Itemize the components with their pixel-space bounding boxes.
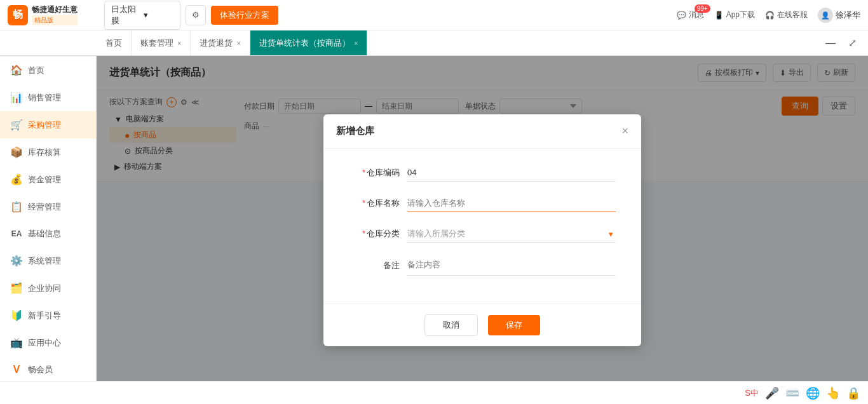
operation-icon: 📋 bbox=[10, 201, 23, 213]
tab-purchase-return[interactable]: 进货退货 × bbox=[191, 30, 250, 55]
online-service-label: 在线客服 bbox=[777, 10, 808, 20]
app-download-item[interactable]: 📱 App下载 bbox=[714, 10, 755, 20]
sidebar-label-finance: 资金管理 bbox=[28, 174, 61, 185]
tab-actions: — ⤢ bbox=[822, 30, 868, 55]
name-label: 仓库名称 bbox=[349, 198, 400, 209]
guide-icon: 🔰 bbox=[10, 309, 23, 321]
sidebar-item-operation[interactable]: 📋 经营管理 bbox=[0, 193, 96, 220]
message-badge: 99+ bbox=[695, 4, 710, 13]
sidebar-label-membership: 畅会员 bbox=[28, 364, 53, 375]
sidebar-item-finance[interactable]: 💰 资金管理 bbox=[0, 166, 96, 193]
message-icon: 💬 bbox=[677, 11, 686, 20]
sidebar-label-app-center: 应用中心 bbox=[28, 337, 61, 349]
store-selector[interactable]: 日太阳膜 ▾ bbox=[104, 1, 180, 30]
sidebar-label-sales: 销售管理 bbox=[28, 92, 61, 104]
sidebar-item-app-center[interactable]: 📺 应用中心 bbox=[0, 329, 96, 356]
top-header: 畅 畅捷通好生意 精品版 日太阳膜 ▾ ⚙ 体验行业方案 💬 消息 99+ 📱 … bbox=[0, 0, 868, 30]
microphone-icon[interactable]: 🎤 bbox=[765, 386, 779, 400]
content-area: 进货单统计（按商品） 🖨 按模板打印 ▾ ⬇ 导出 ↻ 刷新 bbox=[97, 56, 868, 404]
code-label: 仓库编码 bbox=[349, 167, 400, 178]
inventory-icon: 📦 bbox=[10, 146, 23, 158]
tab-home-label: 首页 bbox=[105, 37, 122, 49]
cancel-button[interactable]: 取消 bbox=[424, 314, 478, 336]
form-row-code: 仓库编码 bbox=[349, 164, 616, 182]
enterprise-icon: 🗂️ bbox=[10, 282, 23, 294]
headset-icon: 🎧 bbox=[765, 11, 775, 20]
header-right: 💬 消息 99+ 📱 App下载 🎧 在线客服 👤 徐泽华 bbox=[677, 8, 860, 23]
sales-icon: 📊 bbox=[10, 91, 23, 104]
message-item[interactable]: 💬 消息 99+ bbox=[677, 10, 704, 20]
logo-area: 畅 畅捷通好生意 精品版 bbox=[8, 4, 104, 25]
home-icon: 🏠 bbox=[10, 64, 23, 76]
sidebar-item-guide[interactable]: 🔰 新手引导 bbox=[0, 302, 96, 329]
save-button[interactable]: 保存 bbox=[488, 315, 540, 335]
system-icon: ⚙️ bbox=[10, 255, 23, 267]
membership-icon: V bbox=[10, 364, 23, 375]
chevron-down-icon: ▾ bbox=[144, 10, 173, 20]
logo-title: 畅捷通好生意 bbox=[32, 4, 78, 15]
tab-account-label: 账套管理 bbox=[140, 37, 173, 49]
tab-purchase-stats[interactable]: 进货单统计表（按商品） × bbox=[250, 30, 367, 55]
tab-purchase-stats-close[interactable]: × bbox=[354, 39, 358, 47]
form-row-category: 仓库分类 请输入所属分类 ▾ bbox=[349, 225, 616, 243]
sidebar-label-inventory: 库存核算 bbox=[28, 147, 61, 158]
sidebar-item-sales[interactable]: 📊 销售管理 bbox=[0, 84, 96, 111]
modal-overlay: 新增仓库 × 仓库编码 仓库名称 仓库分类 bbox=[97, 56, 868, 404]
user-avatar: 👤 bbox=[818, 8, 833, 23]
gear-button[interactable]: ⚙ bbox=[186, 5, 206, 25]
keyboard-icon[interactable]: ⌨️ bbox=[785, 386, 799, 400]
sidebar-item-purchase[interactable]: 🛒 采购管理 bbox=[0, 111, 96, 138]
bottom-bar: S中 🎤 ⌨️ 🌐 👆 🔒 bbox=[0, 381, 868, 404]
tab-expand-button[interactable]: ⤢ bbox=[844, 36, 860, 50]
form-row-name: 仓库名称 bbox=[349, 194, 616, 212]
sidebar-item-basic-info[interactable]: EA 基础信息 bbox=[0, 220, 96, 247]
sidebar-item-enterprise[interactable]: 🗂️ 企业协同 bbox=[0, 274, 96, 302]
modal-close-button[interactable]: × bbox=[621, 125, 628, 138]
logo-text-block: 畅捷通好生意 精品版 bbox=[32, 4, 78, 25]
store-name: 日太阳膜 bbox=[111, 4, 141, 27]
sidebar-label-guide: 新手引导 bbox=[28, 310, 61, 321]
logo-icon: 畅 bbox=[8, 5, 28, 25]
sidebar-label-system: 系统管理 bbox=[28, 255, 61, 267]
new-warehouse-modal: 新增仓库 × 仓库编码 仓库名称 仓库分类 bbox=[323, 114, 641, 346]
finance-icon: 💰 bbox=[10, 173, 23, 185]
sidebar: 🏠 首页 📊 销售管理 🛒 采购管理 📦 库存核算 💰 资金管理 📋 经营管理 … bbox=[0, 56, 97, 404]
ime-label: S中 bbox=[745, 387, 759, 399]
remark-label: 备注 bbox=[349, 260, 400, 271]
tab-minimize-button[interactable]: — bbox=[822, 36, 839, 50]
tab-account-close[interactable]: × bbox=[177, 39, 181, 47]
modal-title: 新增仓库 bbox=[336, 125, 621, 137]
sidebar-label-enterprise: 企业协同 bbox=[28, 283, 61, 294]
tab-purchase-return-label: 进货退货 bbox=[200, 37, 233, 49]
sidebar-item-system[interactable]: ⚙️ 系统管理 bbox=[0, 247, 96, 274]
remark-input[interactable] bbox=[407, 255, 616, 276]
sidebar-item-home[interactable]: 🏠 首页 bbox=[0, 57, 96, 84]
category-select[interactable]: 请输入所属分类 bbox=[407, 225, 616, 243]
tab-home[interactable]: 首页 bbox=[97, 30, 132, 55]
category-select-wrap: 请输入所属分类 ▾ bbox=[407, 225, 616, 243]
app-download-label: App下载 bbox=[726, 10, 755, 20]
experience-button[interactable]: 体验行业方案 bbox=[211, 6, 278, 25]
code-input[interactable] bbox=[407, 164, 616, 182]
user-item[interactable]: 👤 徐泽华 bbox=[818, 8, 860, 23]
logo-badge: 精品版 bbox=[32, 15, 78, 25]
sidebar-item-inventory[interactable]: 📦 库存核算 bbox=[0, 138, 96, 166]
header-center: ⚙ 体验行业方案 bbox=[186, 5, 278, 25]
purchase-icon: 🛒 bbox=[10, 119, 23, 131]
main-layout: 🏠 首页 📊 销售管理 🛒 采购管理 📦 库存核算 💰 资金管理 📋 经营管理 … bbox=[0, 56, 868, 404]
language-icon[interactable]: 🌐 bbox=[806, 386, 820, 400]
app-center-icon: 📺 bbox=[10, 337, 23, 349]
name-input[interactable] bbox=[407, 194, 616, 212]
form-row-remark: 备注 bbox=[349, 255, 616, 276]
username-label: 徐泽华 bbox=[836, 10, 860, 21]
tab-purchase-return-close[interactable]: × bbox=[236, 39, 240, 47]
sidebar-label-purchase: 采购管理 bbox=[28, 119, 61, 131]
lock-icon[interactable]: 🔒 bbox=[846, 386, 860, 400]
sidebar-item-membership[interactable]: V 畅会员 bbox=[0, 356, 96, 383]
touch-icon[interactable]: 👆 bbox=[826, 386, 840, 400]
tab-purchase-stats-label: 进货单统计表（按商品） bbox=[259, 37, 350, 49]
online-service-item[interactable]: 🎧 在线客服 bbox=[765, 10, 808, 20]
tab-account[interactable]: 账套管理 × bbox=[132, 30, 191, 55]
mobile-icon: 📱 bbox=[714, 11, 724, 20]
tab-bar: 首页 账套管理 × 进货退货 × 进货单统计表（按商品） × — ⤢ bbox=[0, 30, 868, 56]
